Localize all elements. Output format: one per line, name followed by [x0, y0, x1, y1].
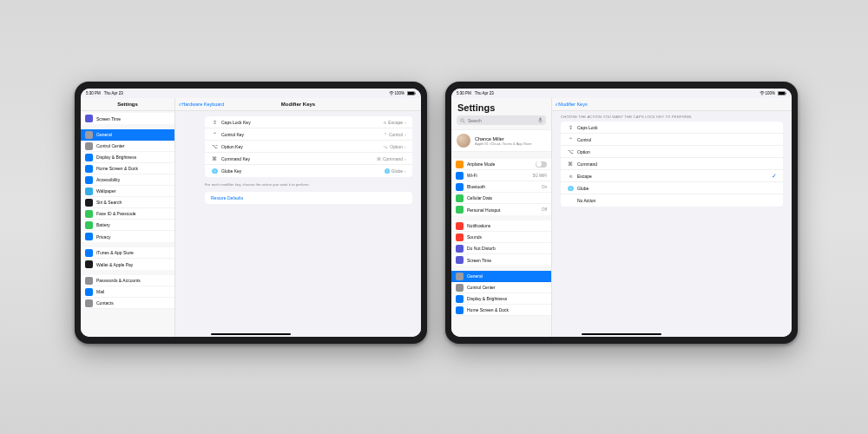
key-row-control-key[interactable]: ⌃Control Key⌃Control› — [205, 128, 412, 141]
sidebar-item-privacy[interactable]: Privacy — [81, 231, 174, 242]
search-icon — [460, 118, 465, 123]
detail-nav: ‹ Hardware Keyboard Modifier Keys — [175, 98, 421, 111]
sidebar-item-screen-time[interactable]: Screen Time — [451, 254, 551, 266]
sidebar-item-do-not-disturb[interactable]: Do Not Disturb — [451, 243, 551, 254]
sidebar-icon — [85, 176, 93, 184]
sidebar-item-accessibility[interactable]: Accessibility — [81, 174, 174, 186]
sidebar-item-label: Personal Hotspot — [467, 207, 500, 213]
sidebar-item-general[interactable]: General — [451, 271, 551, 282]
sidebar-icon — [85, 233, 93, 240]
sidebar-item-value: On — [542, 185, 547, 189]
sidebar-item-itunes-app-store[interactable]: iTunes & App Store — [81, 247, 174, 259]
sidebar-item-cellular-data[interactable]: Cellular Data — [451, 193, 551, 204]
sidebar-icon — [456, 245, 464, 253]
sidebar-item-wi-fi[interactable]: Wi-Fi5G WiFi — [451, 170, 551, 181]
key-glyph-icon: ⌘ — [211, 156, 218, 161]
chevron-left-icon: ‹ — [556, 102, 557, 108]
sidebar-icon — [85, 187, 93, 195]
settings-sidebar-left: Settings Screen TimeGeneralControl Cente… — [81, 98, 175, 337]
detail-pane-right: ‹ Modifier Keys CHOOSE THE ACTION YOU WA… — [552, 98, 792, 337]
ipad-right: 5:30 PM Thu Apr 23 100% Settings — [445, 82, 798, 344]
key-row-escape[interactable]: ⎋Escape✓ — [561, 170, 783, 182]
sidebar-icon — [85, 154, 93, 161]
sidebar-item-personal-hotspot[interactable]: Personal HotspotOff — [451, 204, 551, 215]
apple-id-profile[interactable]: Chance Miller Apple ID, iCloud, iTunes &… — [451, 129, 551, 152]
sidebar-item-display-brightness[interactable]: Display & Brightness — [451, 293, 551, 305]
sidebar-icon — [85, 299, 93, 307]
sidebar-item-label: Do Not Disturb — [467, 246, 496, 251]
sidebar-item-label: Passwords & Accounts — [96, 278, 141, 283]
sidebar-item-notifications[interactable]: Notifications — [451, 220, 551, 232]
key-row-caps-lock-key[interactable]: ⇪Caps Lock Key⎋Escape› — [205, 116, 412, 128]
key-row-option[interactable]: ⌥Option — [561, 146, 783, 158]
sidebar-item-label: Accessibility — [96, 177, 120, 182]
search-field[interactable] — [468, 118, 536, 123]
sidebar-item-value: Off — [542, 207, 547, 212]
key-row-globe-key[interactable]: 🌐Globe Key🌐Globe› — [205, 165, 412, 177]
sidebar-icon — [456, 233, 464, 241]
screen-right: 5:30 PM Thu Apr 23 100% Settings — [451, 89, 792, 337]
row-label: Control Key — [221, 132, 244, 137]
sidebar-item-label: Screen Time — [96, 116, 121, 122]
sidebar-item-label: Bluetooth — [467, 184, 485, 189]
key-row-no-action[interactable]: No Action — [561, 194, 783, 207]
sidebar-item-display-brightness[interactable]: Display & Brightness — [81, 152, 174, 163]
sidebar-icon — [456, 194, 464, 202]
sidebar-icon — [456, 161, 464, 168]
home-indicator[interactable] — [211, 333, 291, 335]
sidebar-item-sounds[interactable]: Sounds — [451, 232, 551, 243]
sidebar-icon — [85, 249, 93, 257]
back-button[interactable]: ‹ Hardware Keyboard — [179, 102, 224, 108]
microphone-icon[interactable] — [538, 117, 542, 123]
sidebar-item-airplane-mode[interactable]: Airplane Mode — [451, 159, 551, 170]
sidebar-item-passwords-accounts[interactable]: Passwords & Accounts — [81, 275, 174, 286]
row-value: 🌐Globe› — [385, 168, 406, 174]
sidebar-item-wallet-apple-pay[interactable]: Wallet & Apple Pay — [81, 259, 174, 270]
battery-pct: 100% — [765, 91, 775, 95]
sidebar-item-control-center[interactable]: Control Center — [81, 141, 174, 152]
sidebar-item-wallpaper[interactable]: Wallpaper — [81, 186, 174, 197]
sidebar-item-home-screen-dock[interactable]: Home Screen & Dock — [81, 163, 174, 174]
sidebar-item-bluetooth[interactable]: BluetoothOn — [451, 181, 551, 193]
sidebar-icon — [85, 288, 93, 296]
back-button[interactable]: ‹ Modifier Keys — [556, 102, 588, 108]
sidebar-item-battery[interactable]: Battery — [81, 220, 174, 231]
row-label: Control — [577, 137, 591, 142]
sidebar-item-general[interactable]: General — [81, 129, 174, 141]
row-label: Command Key — [221, 156, 250, 161]
sidebar-item-home-screen-dock[interactable]: Home Screen & Dock — [451, 305, 551, 316]
key-row-option-key[interactable]: ⌥Option Key⌥Option› — [205, 141, 412, 153]
sidebar-icon — [456, 284, 464, 292]
detail-title: Modifier Keys — [281, 102, 315, 107]
sidebar-icon — [85, 277, 93, 285]
svg-rect-3 — [415, 92, 416, 94]
key-row-command[interactable]: ⌘Command — [561, 158, 783, 170]
row-label: Option Key — [221, 144, 243, 149]
restore-defaults-button[interactable]: Restore Defaults — [205, 192, 412, 204]
home-indicator[interactable] — [582, 333, 661, 335]
row-label: Caps Lock — [577, 125, 598, 130]
key-row-globe[interactable]: 🌐Globe — [561, 182, 783, 194]
chevron-right-icon: › — [404, 168, 406, 174]
toggle-switch[interactable] — [536, 161, 547, 168]
key-glyph-icon: ⎋ — [567, 174, 574, 179]
key-row-command-key[interactable]: ⌘Command Key⌘Command› — [205, 153, 412, 165]
sidebar-item-control-center[interactable]: Control Center — [451, 282, 551, 293]
row-label: Escape — [577, 174, 592, 179]
sidebar-item-label: Control Center — [467, 285, 496, 290]
settings-sidebar-right: Settings Chance Miller — [451, 98, 552, 337]
status-date: Thu Apr 23 — [475, 91, 494, 95]
key-row-control[interactable]: ⌃Control — [561, 134, 783, 146]
sidebar-item-mail[interactable]: Mail — [81, 286, 174, 298]
sidebar-item-siri-search[interactable]: Siri & Search — [81, 197, 174, 208]
sidebar-item-face-id-passcode[interactable]: Face ID & Passcode — [81, 208, 174, 220]
key-glyph-icon: ⌥ — [567, 149, 574, 155]
key-row-caps-lock[interactable]: ⇪Caps Lock — [561, 122, 783, 134]
status-time: 5:30 PM — [86, 91, 101, 95]
sidebar-item-label: General — [467, 273, 483, 279]
sidebar-item-contacts[interactable]: Contacts — [81, 298, 174, 309]
sidebar-icon — [85, 221, 93, 229]
search-input[interactable] — [457, 115, 546, 125]
sidebar-item-label: Home Screen & Dock — [467, 307, 509, 312]
sidebar-item-screen-time[interactable]: Screen Time — [81, 113, 174, 124]
